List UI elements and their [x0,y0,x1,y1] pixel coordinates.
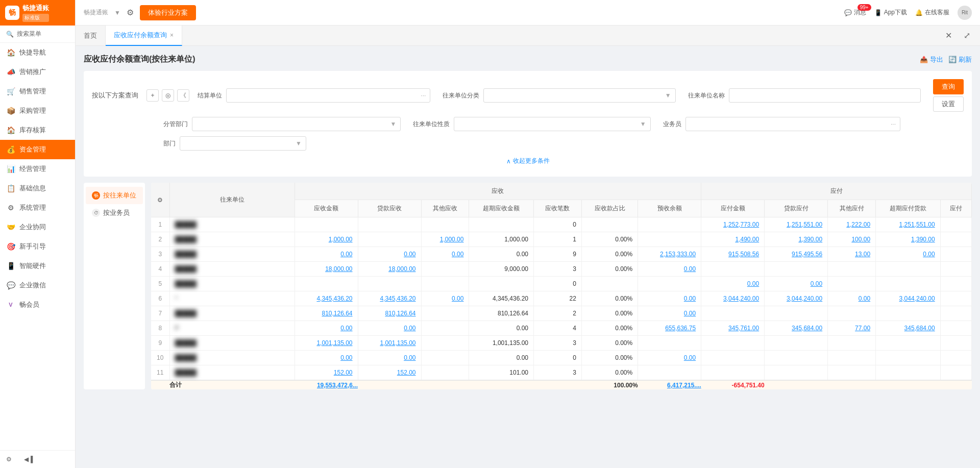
department-select[interactable]: ▼ [180,136,306,151]
nav-item-by-partner[interactable]: 畅 按往来单位 [86,187,143,204]
cell-index: 6 [151,291,169,306]
query-button[interactable]: 查询 [933,79,964,94]
sidebar-item-inventory[interactable]: 🏠 库存核算 [0,120,75,140]
cooperation-icon: 🤝 [6,223,15,232]
dept-select[interactable]: ▼ [192,117,401,131]
service-icon: 🔔 [915,9,923,16]
th-rec-advance: 预收余额 [638,200,701,217]
sidebar-collapse-btn[interactable]: ◀▐ [18,451,39,468]
sidebar-item-marketing[interactable]: 📣 营销推广 [0,62,75,82]
sidebar-bottom: ⚙ ◀▐ [0,450,75,468]
filter-add-button[interactable]: + [146,89,159,102]
sidebar-item-capital[interactable]: 💰 资金管理 [0,140,75,159]
footer-rec-amount[interactable]: 19,553,472,6... [295,380,358,389]
sales-icon: 🛒 [6,87,15,96]
th-pay-other: 其他应付 [828,200,876,217]
main-content: 应收应付余额查询(按往来单位) 📤 导出 🔄 刷新 按以下方案查询 + ◎ 《 [76,46,980,468]
marketing-icon: 📣 [6,67,15,77]
chevron-down-icon[interactable]: ▼ [114,9,120,16]
table-settings-icon[interactable]: ⚙ [157,196,163,204]
sidebar-settings-btn[interactable]: ⚙ [0,451,18,468]
user-avatar-button[interactable]: Rit [958,6,972,20]
sidebar-item-operation[interactable]: 📊 经营管理 [0,159,75,179]
refresh-button[interactable]: 🔄 刷新 [948,55,972,64]
tab-home[interactable]: 首页 [76,26,106,46]
table-row: 11█████152.00152.00101.0030.00% [151,365,972,381]
header-settings-icon[interactable]: ⚙ [127,8,134,17]
cell-partner: █████ [169,306,295,321]
sidebar-item-quick-nav[interactable]: 🏠 快捷导航 [0,43,75,62]
table-row: 6^4,345,436.204,345,436.200.004,345,436.… [151,291,972,306]
wechat-icon: 💬 [6,281,15,290]
tab-active-label: 应收应付余额查询 [114,31,167,40]
sidebar-item-member[interactable]: V 畅会员 [0,295,75,314]
table-footer-row: 合计 19,553,472,6... 100.00% 6,417,215....… [151,380,972,389]
partner-nature-select[interactable]: ▼ [454,117,650,131]
cell-partner: █████ [169,365,295,381]
tab-home-label: 首页 [84,31,97,40]
tabs-actions: ✕ ⤢ [941,29,980,43]
sidebar-item-cooperation[interactable]: 🤝 企业协同 [0,217,75,237]
tab-receivable-payable[interactable]: 应收应付余额查询 × [106,26,182,46]
collapse-up-icon: ∧ [506,158,511,165]
cell-partner: █████ [169,247,295,262]
search-icon: 🔍 [6,31,14,38]
th-pay-overdue: 超期应付货款 [876,200,941,217]
refresh-icon: 🔄 [948,56,957,63]
app-download-button[interactable]: 📱 App下载 [874,8,907,17]
th-settings[interactable]: ⚙ [151,183,169,217]
settlement-unit-input[interactable]: ··· [226,88,430,103]
salesperson-input[interactable]: ··· [685,117,900,131]
th-rec-ratio: 应收款占比 [581,200,638,217]
table-scroll[interactable]: ⚙ 往来单位 应收 应付 应收金额 贷款应收 其他应收 超期应收金额 应收笔数 [151,183,972,389]
online-service-button[interactable]: 🔔 在线客服 [915,8,949,17]
sidebar-item-hardware[interactable]: 📱 智能硬件 [0,256,75,276]
footer-pay-amount: -654,751.40 [701,380,765,389]
filter-row-3: 部门 ▼ [92,136,964,151]
sidebar-item-basic[interactable]: 📋 基础信息 [0,179,75,198]
promo-button[interactable]: 体验行业方案 [140,5,196,20]
message-badge: 99+ [857,4,871,11]
message-button[interactable]: 💬 消息 99+ [844,8,866,17]
sidebar-item-system[interactable]: ⚙ 系统管理 [0,198,75,217]
table-row: 1█████01,252,773.001,251,551.001,222.001… [151,217,972,232]
th-rec-count: 应收笔数 [534,200,582,217]
message-icon: 💬 [844,9,852,16]
collapse-label: 收起更多条件 [513,157,550,165]
th-partner: 往来单位 [169,183,295,217]
chevron-down-icon2: ▼ [665,92,671,99]
partner-name-input[interactable] [729,88,921,103]
sidebar-search[interactable]: 🔍 搜索菜单 [0,26,75,43]
filter-collapse-button[interactable]: 《 [177,89,189,102]
window-close-button[interactable]: ✕ [941,29,955,43]
settlement-unit-label: 结算单位 [198,91,222,100]
th-pay-loan: 贷款应付 [765,200,828,217]
sidebar-logo: 畅 畅捷通账 标准版 [0,0,75,26]
th-rec-loan: 贷款应收 [358,200,421,217]
table-row: 2█████1,000.001,000.001,000.0010.00%1,49… [151,232,972,247]
tab-close-icon[interactable]: × [170,32,174,39]
logo-badge: 标准版 [22,14,49,22]
filter-area: 按以下方案查询 + ◎ 《 结算单位 ··· 往来单位分类 ▼ [84,71,972,177]
export-button[interactable]: 📤 导出 [920,55,943,64]
cell-partner: █████ [169,336,295,351]
sidebar-item-sales[interactable]: 🛒 销售管理 [0,82,75,101]
sidebar: 畅 畅捷通账 标准版 🔍 搜索菜单 🏠 快捷导航 📣 营销推广 🛒 销售管理 📦… [0,0,76,468]
sidebar-item-label: 营销推广 [19,67,46,77]
nav-item-by-salesperson[interactable]: ⏱ 按业务员 [86,204,143,221]
nav-icon-partner: 畅 [92,191,100,200]
settings-button[interactable]: 设置 [933,96,964,112]
footer-rec-ratio: 100.00% [581,380,638,389]
collapse-filter-button[interactable]: ∧ 收起更多条件 [92,154,964,168]
window-expand-button[interactable]: ⤢ [960,29,974,43]
filter-settings-button[interactable]: ◎ [162,89,174,102]
footer-rec-advance[interactable]: 6,417,215.... [638,380,701,389]
sidebar-item-guide[interactable]: 🎯 新手引导 [0,237,75,256]
sidebar-item-wechat[interactable]: 💬 企业微信 [0,276,75,295]
partner-category-label: 往来单位分类 [443,91,479,100]
sidebar-item-label: 快捷导航 [19,48,46,57]
partner-category-select[interactable]: ▼ [483,88,675,103]
partner-name-label: 往来单位名称 [688,91,725,100]
sidebar-item-purchase[interactable]: 📦 采购管理 [0,101,75,120]
content-area: 畅 按往来单位 ⏱ 按业务员 ⚙ 往来单位 应收 [84,183,972,389]
